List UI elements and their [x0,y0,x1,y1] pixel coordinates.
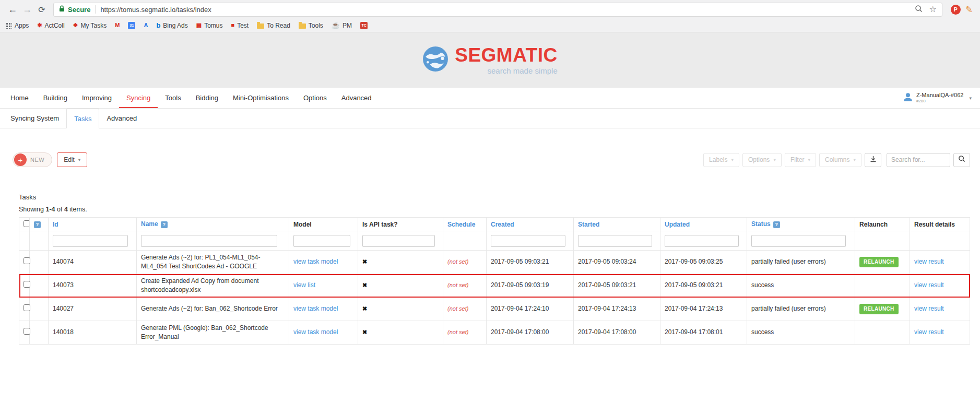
filter-started-input[interactable] [578,235,652,247]
extension-p-icon[interactable]: P [951,5,961,15]
bookmark-analytics[interactable]: A [144,22,148,28]
chevron-down-icon: ▾ [78,157,81,162]
export-button[interactable] [865,153,881,167]
nav-item-tools[interactable]: Tools [158,88,188,108]
nav-item-mini-optimisations[interactable]: Mini-Optimisations [226,88,296,108]
bookmark-my-tasks[interactable]: ❖ My Tasks [73,22,107,29]
help-icon[interactable]: ? [34,221,41,228]
bookmark-tools[interactable]: Tools [299,22,323,29]
filter-model-input[interactable] [293,235,350,247]
help-icon[interactable]: ? [161,221,168,228]
bookmark-label: Bing Ads [163,22,187,29]
bookmark-bing-ads[interactable]: b Bing Ads [156,22,187,29]
edit-button[interactable]: Edit ▾ [57,152,87,167]
bookmark-label: ActColl [45,22,65,29]
edit-button-label: Edit [64,156,75,163]
column-header-relaunch: Relaunch [855,218,910,231]
filter-empty-cell [19,231,30,251]
nav-item-options[interactable]: Options [296,88,334,108]
filter-empty-cell [443,231,487,251]
segmatic-globe-icon [422,46,448,74]
filter-id-input[interactable] [53,235,128,247]
column-header-created: Created [487,218,574,231]
row-checkbox[interactable] [23,328,30,335]
calendar-icon: 31 [128,22,135,29]
bookmark-calendar[interactable]: 31 [128,22,135,29]
bookmark-test[interactable]: ■ Test [231,22,249,29]
bookmark-label: Tools [309,22,323,29]
gmail-icon: M [115,22,120,28]
forward-button[interactable]: → [20,2,34,17]
select-all-checkbox[interactable] [23,220,30,227]
back-button[interactable]: ← [5,2,20,17]
filter-name-input[interactable] [141,235,277,247]
labels-button[interactable]: Labels ▾ [703,153,739,167]
view-result-link[interactable]: view result [914,328,944,336]
extension-pencil-icon[interactable]: ✎ [965,5,973,14]
task-is-api-cell: ✖ [358,274,443,298]
row-checkbox[interactable] [23,304,30,311]
filter-started-cell [574,231,660,251]
filter-button[interactable]: Filter ▾ [785,153,816,167]
nav-item-home[interactable]: Home [3,88,36,108]
nav-item-building[interactable]: Building [36,88,75,108]
view-result-link[interactable]: view result [914,258,944,265]
bookmark-star-icon[interactable]: ☆ [929,5,936,14]
task-id: 140074 [49,251,137,274]
task-name: Generate Ads (~2) for: Ban_062_Shortcode… [137,298,289,321]
filter-is-api-input[interactable] [362,235,435,247]
row-checkbox[interactable] [23,257,30,264]
filter-status-input[interactable] [751,235,846,247]
filter-updated-input[interactable] [665,235,739,247]
options-button[interactable]: Options ▾ [742,153,782,167]
view-task-model-link[interactable]: view task model [293,328,338,336]
subnav-item-advanced[interactable]: Advanced [99,109,144,128]
nav-item-improving[interactable]: Improving [75,88,119,108]
sort-created-link[interactable]: Created [491,221,514,228]
new-button[interactable]: + NEW [13,152,52,167]
nav-item-syncing[interactable]: Syncing [119,88,158,108]
sort-id-link[interactable]: Id [53,221,58,228]
sort-schedule-link[interactable]: Schedule [447,221,475,228]
bookmark-pm[interactable]: ☕ PM [332,22,352,29]
view-result-link[interactable]: view result [914,281,944,289]
view-task-model-link[interactable]: view task model [293,258,338,265]
sort-name-link[interactable]: Name [141,220,158,228]
row-checkbox[interactable] [23,281,30,288]
column-header-result-details: Result details [910,218,970,231]
filter-name-cell [137,231,289,251]
bookmark-apps[interactable]: Apps [5,22,29,29]
search-button[interactable] [953,153,970,167]
view-task-model-link[interactable]: view task model [293,305,338,312]
view-list-link[interactable]: view list [293,281,315,289]
search-input[interactable] [887,153,950,167]
sort-status-link[interactable]: Status [751,220,771,228]
bookmark-gmail[interactable]: M [115,22,120,28]
relaunch-button[interactable]: RELAUNCH [859,257,899,268]
relaunch-button[interactable]: RELAUNCH [859,304,899,315]
sort-updated-link[interactable]: Updated [665,221,690,228]
subnav-item-tasks[interactable]: Tasks [66,109,99,128]
summary-mid: of [55,206,64,213]
reload-button[interactable]: ⟳ [34,2,49,17]
view-result-link[interactable]: view result [914,305,944,312]
bookmark-tomus[interactable]: ▦ Tomus [196,22,223,29]
nav-item-bidding[interactable]: Bidding [188,88,226,108]
main-nav: Home Building Improving Syncing Tools Bi… [0,88,980,109]
bookmark-tc[interactable]: TC [360,22,368,29]
bookmark-actcoll[interactable]: ✱ ActColl [37,22,64,29]
nav-item-advanced[interactable]: Advanced [334,88,379,108]
filter-created-input[interactable] [491,235,565,247]
task-model-cell: view list [289,274,358,298]
zoom-icon[interactable] [915,5,923,14]
user-menu[interactable]: Z-ManualQA-#062 #280 ▾ [903,88,972,108]
subnav-item-syncing-system[interactable]: Syncing System [3,109,66,128]
bookmarks-bar: Apps ✱ ActColl ❖ My Tasks M 31 A b Bing … [0,19,980,32]
help-icon[interactable]: ? [773,221,780,228]
bookmark-to-read[interactable]: To Read [257,22,290,29]
address-bar[interactable]: Secure https://tomus.segmatic.io/tasks/i… [53,3,942,17]
columns-button[interactable]: Columns ▾ [819,153,861,167]
sort-started-link[interactable]: Started [578,221,599,228]
task-started: 2017-09-04 17:24:13 [574,298,660,321]
row-help-cell [30,298,49,321]
